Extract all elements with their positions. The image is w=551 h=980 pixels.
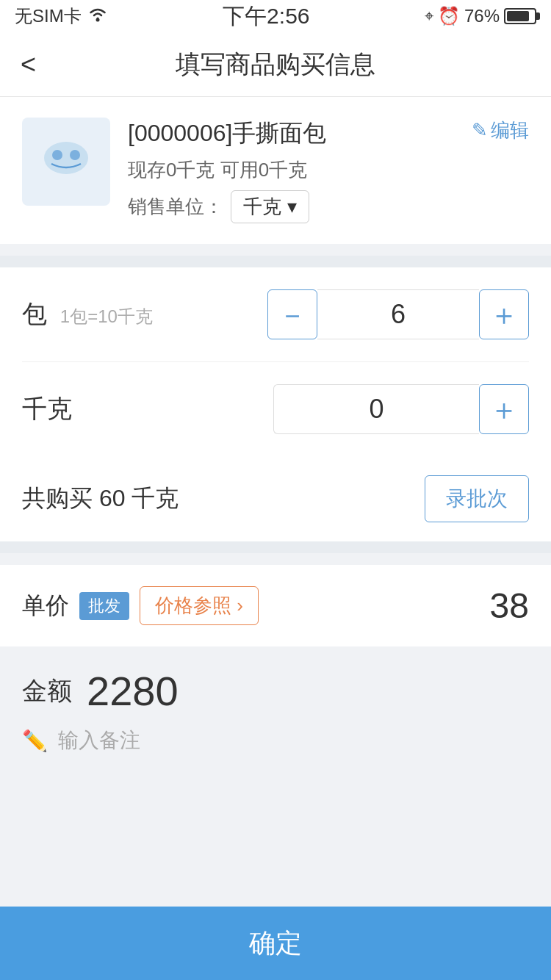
product-info: [0000006]手撕面包 ✎ 编辑 现存0千克 可用0千克 销售单位： 千克 …: [128, 118, 529, 223]
status-left: 无SIM卡: [15, 4, 108, 28]
bag-input-control: － ＋: [267, 289, 529, 339]
bag-minus-button[interactable]: －: [267, 289, 317, 339]
carrier-text: 无SIM卡: [15, 4, 82, 28]
svg-point-0: [96, 18, 99, 22]
product-stock: 现存0千克 可用0千克: [128, 157, 529, 183]
kg-input-control: ＋: [273, 384, 529, 434]
remark-icon: ✏️: [22, 729, 48, 753]
nav-bar: < 填写商品购买信息: [0, 32, 551, 97]
edit-button[interactable]: ✎ 编辑: [472, 118, 529, 143]
product-header: [0000006]手撕面包 ✎ 编辑: [128, 118, 529, 150]
status-right: ⌖ ⏰ 76%: [425, 6, 536, 26]
battery-percent: 76%: [464, 6, 500, 26]
product-card: [0000006]手撕面包 ✎ 编辑 现存0千克 可用0千克 销售单位： 千克 …: [0, 97, 551, 244]
kg-plus-button[interactable]: ＋: [479, 384, 529, 434]
price-label-group: 单价 批发 价格参照 ›: [22, 586, 259, 625]
battery-icon: [504, 8, 536, 24]
batch-button[interactable]: 录批次: [425, 475, 529, 522]
product-name: [0000006]手撕面包: [128, 118, 326, 150]
amount-value: 2280: [87, 667, 179, 715]
price-section: 单价 批发 价格参照 › 38: [0, 565, 551, 646]
section-divider-2: [0, 541, 551, 553]
price-value: 38: [490, 586, 529, 626]
confirm-button-wrap: 确定: [0, 907, 551, 980]
bag-plus-button[interactable]: ＋: [479, 289, 529, 339]
remark-placeholder: 输入备注: [58, 727, 140, 754]
time-display: 下午2:56: [223, 1, 309, 32]
status-bar: 无SIM卡 下午2:56 ⌖ ⏰ 76%: [0, 0, 551, 32]
price-tag: 批发: [79, 592, 129, 620]
summary-text: 共购买 60 千克: [22, 483, 179, 515]
location-icon: ⌖: [425, 7, 433, 26]
unit-label: 销售单位：: [128, 194, 223, 220]
product-image: [22, 118, 110, 206]
wifi-icon: [87, 6, 108, 26]
product-unit: 销售单位： 千克 ▾: [128, 190, 529, 223]
kg-quantity-input[interactable]: [273, 384, 479, 434]
amount-label: 金额: [22, 674, 72, 708]
edit-icon: ✎: [472, 119, 488, 142]
svg-point-1: [44, 142, 88, 174]
svg-point-2: [52, 150, 62, 160]
back-button[interactable]: <: [21, 49, 36, 80]
svg-point-3: [70, 150, 80, 160]
dropdown-icon: ▾: [287, 195, 297, 218]
confirm-button[interactable]: 确定: [0, 907, 551, 980]
amount-section: 金额 2280 ✏️ 输入备注: [0, 646, 551, 775]
bag-label-group: 包 1包=10千克: [22, 298, 153, 331]
kg-input-row: 千克 ＋: [22, 362, 529, 456]
amount-row: 金额 2280: [22, 667, 529, 715]
bag-input-row: 包 1包=10千克 － ＋: [22, 267, 529, 362]
section-divider-1: [0, 256, 551, 267]
product-logo-icon: [37, 136, 96, 188]
input-section: 包 1包=10千克 － ＋ 千克 ＋: [0, 267, 551, 456]
bag-quantity-input[interactable]: [317, 289, 479, 339]
alarm-icon: ⏰: [438, 6, 460, 26]
summary-section: 共购买 60 千克 录批次: [0, 456, 551, 541]
kg-label-group: 千克: [22, 392, 72, 426]
price-label: 单价: [22, 590, 69, 622]
unit-select[interactable]: 千克 ▾: [231, 190, 309, 223]
remark-row[interactable]: ✏️ 输入备注: [22, 727, 529, 754]
price-row: 单价 批发 价格参照 › 38: [22, 586, 529, 626]
unit-value: 千克: [243, 194, 281, 220]
price-ref-button[interactable]: 价格参照 ›: [140, 586, 259, 625]
page-title: 填写商品购买信息: [176, 48, 375, 82]
edit-label: 编辑: [491, 118, 529, 143]
bag-label: 包: [22, 300, 47, 328]
bag-hint: 1包=10千克: [60, 306, 153, 326]
kg-label: 千克: [22, 394, 72, 422]
